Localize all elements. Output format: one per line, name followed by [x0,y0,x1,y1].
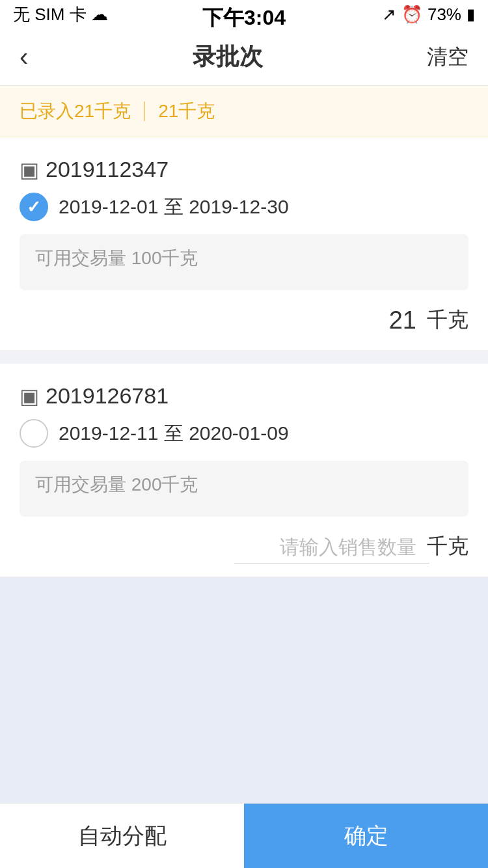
batch2-radio[interactable] [20,419,48,448]
auto-distribute-button[interactable]: 自动分配 [0,804,244,868]
status-left: 无 SIM 卡 ☁ [13,3,108,26]
back-button[interactable]: ‹ [20,42,28,72]
batch2-date: 2019-12-11 至 2020-01-09 [59,420,289,447]
sim-label: 无 SIM 卡 ☁ [13,3,108,26]
batch1-quantity-row: 21 千克 [0,290,488,351]
recorded-amount-label: 已录入21千克 [20,99,131,124]
status-time: 下午3:04 [202,4,286,33]
batch1-radio[interactable] [20,193,48,221]
status-bar: 无 SIM 卡 ☁ 下午3:04 ↗ ⏰ 73% ▮ [0,0,488,29]
batch2-unit: 千克 [427,532,468,561]
batch2-input-row[interactable]: 千克 [0,517,488,577]
battery-icon: ▮ [467,5,475,23]
batch2-icon: ▣ [20,384,39,409]
location-icon: ↗ [382,5,396,25]
batch1-quantity-value: 21 [389,306,416,334]
nav-bar: ‹ 录批次 清空 [0,29,488,86]
section-separator [0,351,488,364]
batch1-avail: 可用交易量 100千克 [20,234,468,290]
batch1-icon: ▣ [20,157,39,182]
batch1-id: 2019112347 [46,157,169,182]
batch1-unit: 千克 [427,306,468,334]
batch2-avail: 可用交易量 200千克 [20,461,468,517]
batch-card-1: ▣ 2019112347 2019-12-01 至 2019-12-30 可用交… [0,137,488,290]
bottom-bar: 自动分配 确定 [0,803,488,868]
batch1-date: 2019-12-01 至 2019-12-30 [59,194,289,221]
batch2-id-row: ▣ 2019126781 [20,383,468,409]
info-banner: 已录入21千克 21千克 [0,86,488,137]
batch2-date-row[interactable]: 2019-12-11 至 2020-01-09 [20,419,468,448]
alarm-icon: ⏰ [401,5,422,25]
banner-divider [144,102,145,121]
batch1-date-row[interactable]: 2019-12-01 至 2019-12-30 [20,193,468,221]
clear-button[interactable]: 清空 [427,43,468,72]
batch2-id: 2019126781 [46,383,169,409]
battery-level: 73% [427,5,461,25]
batch-card-2: ▣ 2019126781 2019-12-11 至 2020-01-09 可用交… [0,364,488,517]
recorded-amount-value: 21千克 [158,99,215,124]
page-title: 录批次 [193,41,263,73]
status-right: ↗ ⏰ 73% ▮ [382,5,475,25]
batch2-input-underline [234,563,429,563]
batch1-id-row: ▣ 2019112347 [20,157,468,182]
confirm-button[interactable]: 确定 [244,804,488,868]
batch2-quantity-input[interactable] [221,535,416,559]
